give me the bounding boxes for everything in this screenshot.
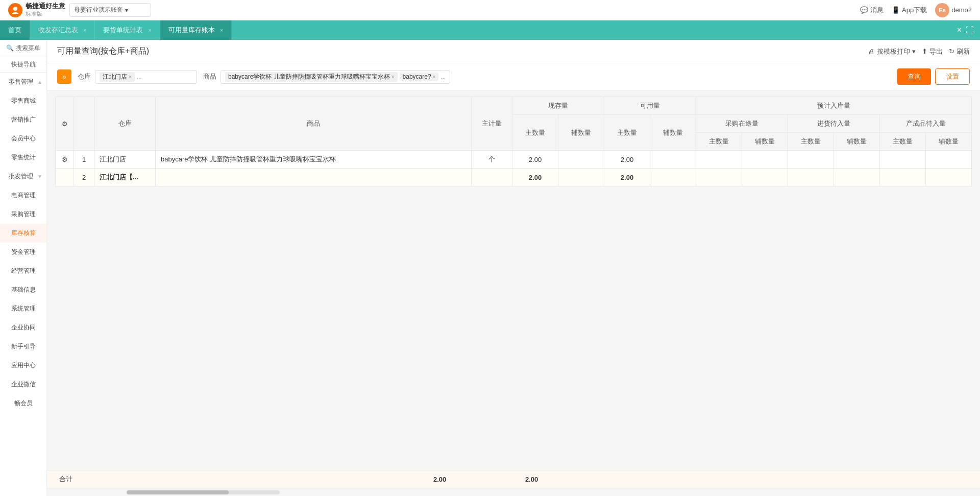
close-all-icon[interactable]: × xyxy=(957,26,962,35)
message-label: 消息 xyxy=(870,6,884,15)
row1-available-main: 2.00 xyxy=(604,151,650,169)
scroll-thumb xyxy=(127,490,229,494)
row2-fw-main xyxy=(880,169,926,186)
sidebar-item-finance-label: 资金管理 xyxy=(4,248,42,256)
warehouse-label: 仓库 xyxy=(78,72,91,81)
query-button[interactable]: 查询 xyxy=(897,68,931,85)
sidebar-item-retail-stats-label: 零售统计 xyxy=(4,153,42,162)
sidebar-item-retail-store[interactable]: 零售商城 xyxy=(0,91,46,110)
refresh-btn[interactable]: ↻ 刷新 xyxy=(949,47,970,56)
tab-income-close[interactable]: × xyxy=(83,27,86,33)
sidebar-item-enterprise-wechat-label: 企业微信 xyxy=(4,380,42,389)
row1-gear[interactable]: ⚙ xyxy=(56,151,74,169)
sidebar-item-vip[interactable]: 畅会员 xyxy=(0,394,46,413)
product-tag-1-remove[interactable]: × xyxy=(391,74,395,80)
sidebar-item-member-label: 会员中心 xyxy=(4,134,42,143)
export-btn[interactable]: ⬆ 导出 xyxy=(922,47,943,56)
logo-text-area: 畅捷通好生意 标准版 xyxy=(26,2,65,18)
sidebar-item-wholesale-mgmt-label: 批发管理 xyxy=(4,172,37,181)
sidebar-quick-nav[interactable]: 快捷导航 xyxy=(0,57,46,73)
filter-toggle-btn[interactable]: » xyxy=(57,69,71,84)
filter-bar: » 仓库 江北门店 × ... 商品 babycare学饮杯 儿童防摔防撞吸管杯… xyxy=(47,63,980,90)
sidebar-item-member[interactable]: 会员中心 xyxy=(0,129,46,148)
sidebar-item-finance[interactable]: 资金管理 xyxy=(0,243,46,262)
product-tags-container[interactable]: babycare学饮杯 儿童防摔防撞吸管杯重力球吸嘴杯宝宝水杯 × babyca… xyxy=(220,70,450,84)
sidebar-item-app-center[interactable]: 应用中心 xyxy=(0,356,46,375)
chevron-icon-2: ▼ xyxy=(37,174,42,179)
row2-gear[interactable] xyxy=(56,169,74,186)
tab-available-stock-label: 可用量库存账本 xyxy=(168,26,215,35)
table-row: 2 江北门店【... 2.00 2.00 xyxy=(56,169,972,186)
settings-button[interactable]: 设置 xyxy=(935,68,970,85)
message-icon: 💬 xyxy=(860,6,868,14)
th-pt-main: 主数量 xyxy=(696,133,742,151)
row2-available-aux xyxy=(650,169,696,186)
sidebar-item-marketing[interactable]: 营销推广 xyxy=(0,110,46,129)
sidebar-item-purchase[interactable]: 采购管理 xyxy=(0,205,46,224)
product-tag-2-remove[interactable]: × xyxy=(433,74,436,80)
top-bar-left: 畅捷通好生意 标准版 母婴行业演示账套 ▾ xyxy=(8,2,151,18)
row1-pt-main xyxy=(696,151,742,169)
row1-unit: 个 xyxy=(472,151,512,169)
sidebar-item-retail-stats[interactable]: 零售统计 xyxy=(0,148,46,167)
sidebar-item-operations[interactable]: 经营管理 xyxy=(0,262,46,280)
tab-available-stock-close[interactable]: × xyxy=(220,27,223,33)
sidebar-search[interactable]: 🔍 搜索菜单 xyxy=(0,40,46,57)
th-main-unit: 主计量 xyxy=(472,97,512,151)
tab-order-stats[interactable]: 要货单统计表 × xyxy=(95,20,160,40)
double-arrow-icon: » xyxy=(62,73,66,81)
message-btn[interactable]: 💬 消息 xyxy=(860,6,884,15)
tab-available-stock[interactable]: 可用量库存账本 × xyxy=(160,20,232,40)
top-bar: 畅捷通好生意 标准版 母婴行业演示账套 ▾ 💬 消息 📱 App下载 Ea de… xyxy=(0,0,980,20)
refresh-label: 刷新 xyxy=(957,47,970,56)
row2-fw-aux xyxy=(926,169,972,186)
print-icon: 🖨 xyxy=(868,48,875,55)
tab-order-stats-close[interactable]: × xyxy=(148,27,151,33)
bottom-scroll xyxy=(47,488,980,496)
template-selector[interactable]: 母婴行业演示账套 ▾ xyxy=(69,3,151,17)
table-footer: 合计 2.00 2.00 xyxy=(47,470,980,488)
sidebar-item-enterprise[interactable]: 企业协同 xyxy=(0,318,46,337)
user-area[interactable]: Ea demo2 xyxy=(935,3,972,17)
fullscreen-icon[interactable]: ⛶ xyxy=(966,26,974,35)
th-product: 商品 xyxy=(156,97,472,151)
warehouse-tag-remove[interactable]: × xyxy=(129,74,132,80)
top-bar-right: 💬 消息 📱 App下载 Ea demo2 xyxy=(860,3,972,17)
row2-available-main: 2.00 xyxy=(604,169,650,186)
sidebar-item-inventory[interactable]: 库存核算 xyxy=(0,224,46,243)
avatar: Ea xyxy=(935,3,949,17)
sidebar-item-app-center-label: 应用中心 xyxy=(4,361,42,370)
sidebar-item-vip-label: 畅会员 xyxy=(4,399,42,408)
th-available-qty-group: 可用量 xyxy=(604,97,696,115)
filter-actions: 查询 设置 xyxy=(897,68,970,85)
warehouse-more[interactable]: ... xyxy=(137,73,142,80)
export-label: 导出 xyxy=(929,47,943,56)
th-current-aux: 辅数量 xyxy=(558,115,604,151)
sidebar-item-wholesale-mgmt[interactable]: 批发管理 ▼ xyxy=(0,167,46,186)
chevron-down-icon: ▾ xyxy=(125,7,128,14)
sidebar-item-enterprise-wechat[interactable]: 企业微信 xyxy=(0,375,46,394)
sidebar-item-basics[interactable]: 基础信息 xyxy=(0,280,46,299)
app-download-btn[interactable]: 📱 App下载 xyxy=(892,6,927,15)
sidebar-item-new-guide[interactable]: 新手引导 xyxy=(0,337,46,356)
th-current-stock-group: 现存量 xyxy=(512,97,604,115)
nav-tabs: 首页 收发存汇总表 × 要货单统计表 × 可用量库存账本 × × ⛶ xyxy=(0,20,980,40)
th-available-main: 主数量 xyxy=(604,115,650,151)
product-filter-group: 商品 babycare学饮杯 儿童防摔防撞吸管杯重力球吸嘴杯宝宝水杯 × bab… xyxy=(203,70,450,84)
sidebar-item-system[interactable]: 系统管理 xyxy=(0,299,46,318)
product-more[interactable]: ... xyxy=(440,73,446,80)
th-gear[interactable]: ⚙ xyxy=(56,97,74,151)
tab-income[interactable]: 收发存汇总表 × xyxy=(30,20,95,40)
warehouse-tags-container[interactable]: 江北门店 × ... xyxy=(95,70,197,84)
tab-home[interactable]: 首页 xyxy=(0,20,30,40)
sidebar-item-ecommerce[interactable]: 电商管理 xyxy=(0,186,46,205)
template-print-btn[interactable]: 🖨 按模板打印 ▾ xyxy=(868,47,916,56)
tab-actions: × ⛶ xyxy=(951,26,980,35)
row2-iw-main xyxy=(788,169,834,186)
sidebar-item-retail-mgmt[interactable]: 零售管理 ▲ xyxy=(0,73,46,91)
scroll-track[interactable] xyxy=(127,490,280,494)
row2-product xyxy=(156,169,472,186)
row1-available-aux xyxy=(650,151,696,169)
tab-home-label: 首页 xyxy=(8,26,21,35)
th-iw-main: 主数量 xyxy=(788,133,834,151)
